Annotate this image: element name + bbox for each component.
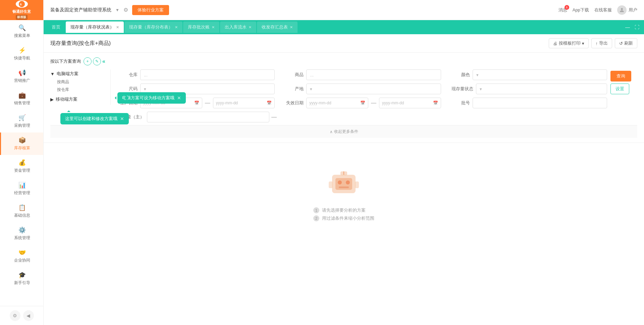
- exp-date-end-cal-icon[interactable]: 📅: [433, 101, 438, 105]
- scheme-dot-indicator: [125, 96, 128, 100]
- warehouse-ctrl-wrapper: ...: [140, 69, 275, 80]
- stock-status-select[interactable]: ▾: [476, 84, 607, 94]
- user-avatar: [617, 5, 627, 15]
- industry-btn[interactable]: 体验行业方案: [132, 5, 169, 15]
- svg-point-5: [338, 180, 342, 184]
- size-dropdown-arrow: ▾: [144, 87, 146, 92]
- add-scheme-btn[interactable]: +: [84, 57, 92, 65]
- warehouse-select[interactable]: ...: [140, 69, 275, 80]
- tab-inventory-dist[interactable]: 现存量（库存分布表） ✕: [124, 21, 182, 33]
- tab-inout-flow-close[interactable]: ✕: [249, 25, 252, 30]
- prod-date-dash: —: [204, 100, 212, 106]
- tab-inout-flow-label: 出入库流水: [225, 24, 247, 30]
- back-arrow-btn[interactable]: «: [102, 58, 105, 64]
- app-download-btn[interactable]: App下载: [573, 7, 589, 13]
- sidebar-item-operations[interactable]: 📊 经营管理: [0, 177, 43, 200]
- settings-bottom-btn[interactable]: ⚙: [10, 310, 20, 321]
- tab-batch-close[interactable]: ✕: [212, 25, 215, 30]
- batch-input[interactable]: [473, 98, 607, 108]
- scheme-item-by-goods[interactable]: 按商品: [50, 78, 107, 86]
- tab-summary[interactable]: 收发存汇总表 ✕: [257, 21, 298, 33]
- exp-date-end[interactable]: yyyy-mm-dd 📅: [379, 98, 441, 108]
- scheme-group-desktop: ▼ 电脑端方案 按商品 按仓库: [50, 69, 107, 94]
- tab-batch[interactable]: 库存批次账 ✕: [183, 21, 219, 33]
- stock-status-field: 现存量状态 ▾: [446, 84, 607, 94]
- content-area: 现存量查询(按仓库+商品) 🖨 按模板打印 ▾ ↑ 导出 ↺ 刷新: [44, 34, 644, 325]
- prod-date-cal-icon[interactable]: 📅: [194, 101, 199, 105]
- quicknav-icon: ⚡: [18, 47, 26, 54]
- prod-date-end-cal-icon[interactable]: 📅: [267, 101, 272, 105]
- query-btn[interactable]: 查询: [610, 71, 631, 82]
- tab-maximize-icon[interactable]: ⛶: [633, 23, 641, 31]
- sidebar-item-quicknav[interactable]: ⚡ 快捷导航: [0, 43, 43, 65]
- logo-badge: 标准版: [16, 15, 28, 20]
- goods-select[interactable]: ...: [306, 69, 441, 80]
- tab-summary-close[interactable]: ✕: [290, 25, 293, 30]
- tab-inventory-status-close[interactable]: ✕: [116, 25, 119, 30]
- sidebar-item-search[interactable]: 🔍 搜索菜单: [0, 20, 43, 43]
- exp-date-end-text: yyyy-mm-dd: [382, 101, 404, 105]
- origin-select[interactable]: ▾: [306, 84, 441, 94]
- stock-main-dash: —: [271, 114, 277, 120]
- svg-point-0: [18, 1, 24, 7]
- origin-label: 产地: [280, 86, 304, 92]
- inventory-icon: 📦: [18, 137, 26, 144]
- empty-step-2-text: 用过滤条件来缩小分析范围: [322, 215, 374, 221]
- sidebar-item-marketing-label: 营销推广: [14, 78, 30, 84]
- print-btn[interactable]: 🖨 按模板打印 ▾: [549, 38, 589, 48]
- sidebar-item-sales[interactable]: 💼 销售管理: [0, 88, 43, 110]
- notification-btn[interactable]: 消息 6: [558, 7, 567, 13]
- origin-dropdown-arrow: ▾: [310, 87, 312, 92]
- system-dropdown-icon[interactable]: ▼: [115, 8, 119, 12]
- finance-icon: 💰: [18, 159, 26, 166]
- color-field: 颜色 ▾: [446, 69, 607, 80]
- sidebar-item-search-label: 搜索菜单: [14, 33, 30, 39]
- sidebar-item-system[interactable]: ⚙️ 系统管理: [0, 222, 43, 245]
- sidebar-item-purchase-label: 采购管理: [14, 123, 30, 128]
- scheme-group-mobile-header[interactable]: ▶ 移动端方案: [50, 95, 107, 104]
- step-num-2: 2: [313, 215, 319, 221]
- tab-home[interactable]: 首页: [47, 21, 65, 33]
- sidebar-item-purchase[interactable]: 🛒 采购管理: [0, 110, 43, 132]
- color-select[interactable]: ▾: [473, 69, 607, 80]
- export-btn[interactable]: ↑ 导出: [591, 38, 612, 48]
- sidebar-item-basic[interactable]: 📋 基础信息: [0, 200, 43, 222]
- sidebar-item-system-label: 系统管理: [14, 235, 30, 241]
- online-support-btn[interactable]: 在线客服: [594, 7, 612, 13]
- top-header: 装备及固定资产辅助管理系统 ▼ ⚙ 体验行业方案 消息 6 App下载 在线客服…: [44, 0, 644, 20]
- filter-row-2: 尺码 ▾ 产地 ▾: [114, 84, 607, 94]
- tab-inventory-dist-close[interactable]: ✕: [175, 25, 178, 30]
- edit-tooltip-text: 这里可以创建和修改方案哦: [65, 116, 117, 122]
- stock-main-input[interactable]: [147, 112, 269, 122]
- operations-icon: 📊: [18, 181, 26, 189]
- edit-scheme-btn[interactable]: ✎: [93, 57, 101, 65]
- scheme-tooltip-close[interactable]: ✕: [177, 95, 181, 101]
- exp-date-start[interactable]: yyyy-mm-dd 📅: [306, 98, 368, 108]
- collapse-bar[interactable]: ∧ 收起更多条件: [50, 125, 637, 138]
- sidebar-bottom: ⚙ ◀: [0, 306, 43, 325]
- scheme-group-desktop-header[interactable]: ▼ 电脑端方案: [50, 69, 107, 78]
- scheme-item-by-warehouse[interactable]: 按仓库: [50, 86, 107, 94]
- tab-inout-flow[interactable]: 出入库流水 ✕: [220, 21, 256, 33]
- tab-inventory-status[interactable]: 现存量（库存状况表） ✕: [66, 21, 124, 33]
- settings-icon[interactable]: ⚙: [123, 7, 128, 13]
- user-area: 用户: [617, 5, 637, 15]
- refresh-btn[interactable]: ↺ 刷新: [615, 38, 637, 48]
- reset-btn[interactable]: 设置: [610, 84, 629, 94]
- edit-tooltip-close[interactable]: ✕: [120, 116, 124, 121]
- sidebar-item-marketing[interactable]: 📢 营销推广: [0, 65, 43, 88]
- tab-minimize-icon[interactable]: —: [624, 23, 631, 31]
- sidebar-item-newbie[interactable]: 🎓 新手引导: [0, 267, 43, 290]
- sidebar-item-finance[interactable]: 💰 资金管理: [0, 155, 43, 177]
- sidebar-item-finance-label: 资金管理: [14, 168, 30, 173]
- sidebar-item-enterprise[interactable]: 🤝 企业协同: [0, 245, 43, 267]
- page-title: 现存量查询(按仓库+商品): [50, 40, 111, 47]
- system-name: 装备及固定资产辅助管理系统: [50, 7, 111, 13]
- exp-date-cal-icon[interactable]: 📅: [360, 101, 365, 105]
- collapse-sidebar-btn[interactable]: ◀: [23, 310, 34, 321]
- svg-text:6: 6: [20, 3, 21, 6]
- scheme-group-mobile: ▶ 移动端方案: [50, 95, 107, 104]
- prod-date-end[interactable]: yyyy-mm-dd 📅: [213, 98, 275, 108]
- svg-point-6: [346, 180, 350, 184]
- sidebar-item-inventory[interactable]: 📦 库存核算: [0, 132, 43, 155]
